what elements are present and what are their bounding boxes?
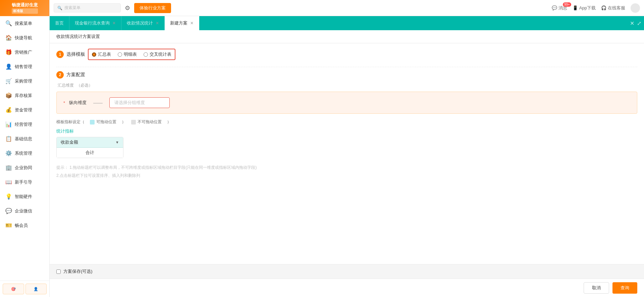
sidebar-footer-btn1[interactable]: 🎯 bbox=[3, 284, 24, 294]
radio-detail-input[interactable] bbox=[118, 52, 122, 57]
sidebar-item-search-menu[interactable]: 🔍 搜索菜单 bbox=[0, 16, 49, 31]
sidebar: 畅捷通好生意 标准版 🔍 搜索菜单 🏠 快捷导航 🎁 营销推广 👤 销售管理 🛒… bbox=[0, 0, 50, 297]
sidebar-item-label: 企业微信 bbox=[15, 208, 32, 214]
logo-badge: 标准版 bbox=[12, 8, 38, 14]
form-container: 1 选择模板 汇总表 明细表 交叉统计表 bbox=[50, 43, 644, 264]
tip-line1: 提示： 1.拖动标题栏可以调整布局，不可跨维度或指标区域拖动栏目字段(只能在同一… bbox=[56, 163, 637, 171]
tip2-text: 2.点击标题栏下拉可设置排序、插入列和删除列 bbox=[56, 171, 140, 180]
sidebar-item-operations[interactable]: 📊 经营管理 bbox=[0, 117, 49, 132]
page-title-bar: 收款情况统计方案设置 bbox=[50, 30, 644, 43]
step1-title: 选择模板 bbox=[66, 51, 85, 57]
sidebar-item-label: 快捷导航 bbox=[15, 35, 32, 41]
support-icon: 🎧 bbox=[601, 5, 606, 10]
query-button[interactable]: 查询 bbox=[612, 282, 637, 294]
cancel-button[interactable]: 取消 bbox=[584, 282, 609, 294]
save-checkbox[interactable] bbox=[56, 269, 61, 274]
beginner-icon: 📖 bbox=[5, 179, 12, 185]
basic-info-icon: 📋 bbox=[5, 136, 12, 142]
tab-home[interactable]: 首页 bbox=[50, 16, 69, 30]
operations-icon: 📊 bbox=[5, 121, 12, 128]
step1-circle: 1 bbox=[56, 51, 64, 58]
indicator-header-row[interactable]: 收款金额 ▼ bbox=[57, 137, 123, 148]
dimension-field-label: 纵向维度 bbox=[69, 100, 87, 106]
indicator-settings: 模板指标设定（ 可拖动位置 ） 不可拖动位置 ） 统计指标 bbox=[56, 119, 637, 158]
save-option-bar: 方案保存(可选) bbox=[50, 264, 644, 279]
sidebar-item-sales[interactable]: 👤 销售管理 bbox=[0, 59, 49, 74]
radio-detail-label: 明细表 bbox=[124, 51, 137, 57]
sidebar-item-label: 畅会员 bbox=[15, 222, 28, 229]
sidebar-footer: 🎯 👤 bbox=[0, 281, 49, 297]
dimension-input[interactable]: 请选择分组维度 bbox=[109, 97, 170, 108]
tab-bank-flow-close[interactable]: ✕ bbox=[112, 21, 116, 26]
tab-maximize-icon[interactable]: ⤢ bbox=[637, 20, 641, 27]
tab-new-plan[interactable]: 新建方案 ✕ bbox=[165, 16, 199, 30]
legend-label: 模板指标设定（ bbox=[56, 119, 85, 125]
sales-icon: 👤 bbox=[5, 63, 12, 70]
notification-btn[interactable]: 💬 消息 99+ bbox=[552, 5, 567, 11]
step2-section: 2 方案配置 汇总维度 （必选） * 纵向维度 —— 请选择分组维度 bbox=[56, 71, 637, 180]
indicator-sub-cell: 合计 bbox=[57, 148, 123, 158]
sidebar-item-system[interactable]: ⚙️ 系统管理 bbox=[0, 146, 49, 160]
sidebar-item-wechat[interactable]: 💬 企业微信 bbox=[0, 204, 49, 218]
radio-cross-label: 交叉统计表 bbox=[150, 51, 171, 57]
tab-receipt-stats-close[interactable]: ✕ bbox=[156, 21, 159, 26]
sidebar-item-label: 资金管理 bbox=[15, 107, 32, 113]
sidebar-item-member[interactable]: 🎫 畅会员 bbox=[0, 218, 49, 233]
search-bar[interactable]: 🔍 搜索菜单 bbox=[54, 3, 121, 12]
tab-home-label: 首页 bbox=[55, 20, 64, 26]
sidebar-item-marketing[interactable]: 🎁 营销推广 bbox=[0, 45, 49, 59]
sidebar-item-label: 企业协同 bbox=[15, 165, 32, 171]
step2-circle: 2 bbox=[56, 71, 64, 79]
app-download-btn[interactable]: 📱 App下载 bbox=[573, 5, 596, 11]
tab-bar-actions: ✕ ⤢ bbox=[630, 20, 644, 27]
sidebar-item-quick-nav[interactable]: 🏠 快捷导航 bbox=[0, 31, 49, 45]
step1-header: 1 选择模板 汇总表 明细表 交叉统计表 bbox=[56, 49, 637, 60]
online-support-btn[interactable]: 🎧 在线客服 bbox=[601, 5, 625, 11]
legend-nodrag: 不可拖动位置 bbox=[131, 119, 162, 125]
radio-detail[interactable]: 明细表 bbox=[118, 51, 137, 57]
sidebar-item-finance[interactable]: 💰 资金管理 bbox=[0, 103, 49, 117]
indicator-label: 统计指标 bbox=[56, 128, 637, 134]
sidebar-item-enterprise[interactable]: 🏢 企业协同 bbox=[0, 160, 49, 175]
sidebar-item-beginner[interactable]: 📖 新手引导 bbox=[0, 175, 49, 189]
dimension-label: 汇总维度 （必选） bbox=[56, 83, 637, 88]
finance-icon: 💰 bbox=[5, 107, 12, 113]
indicator-header-cell: 收款金额 bbox=[61, 139, 78, 145]
divider1 bbox=[56, 67, 637, 67]
dimension-arrow: —— bbox=[93, 100, 103, 105]
user-avatar[interactable] bbox=[631, 3, 640, 13]
tab-bank-flow-label: 现金银行流水查询 bbox=[75, 20, 110, 26]
settings-icon[interactable]: ⚙ bbox=[125, 4, 130, 12]
quick-nav-icon: 🏠 bbox=[5, 35, 12, 41]
indicator-dropdown-icon[interactable]: ▼ bbox=[115, 140, 119, 144]
marketing-icon: 🎁 bbox=[5, 49, 12, 55]
radio-cross-input[interactable] bbox=[144, 52, 148, 57]
sidebar-item-purchase[interactable]: 🛒 采购管理 bbox=[0, 74, 49, 88]
sidebar-footer-btn2[interactable]: 👤 bbox=[25, 284, 47, 294]
sidebar-item-label: 库存核算 bbox=[15, 93, 32, 99]
tab-close-all-icon[interactable]: ✕ bbox=[630, 20, 634, 27]
radio-cross[interactable]: 交叉统计表 bbox=[144, 51, 171, 57]
sidebar-item-inventory[interactable]: 📦 库存核算 bbox=[0, 88, 49, 103]
industry-btn[interactable]: 体验行业方案 bbox=[134, 3, 171, 13]
sidebar-item-basic-info[interactable]: 📋 基础信息 bbox=[0, 132, 49, 146]
top-header: 🔍 搜索菜单 ⚙ 体验行业方案 💬 消息 99+ 📱 App下载 🎧 在线客服 bbox=[50, 0, 644, 16]
sidebar-item-label: 搜索菜单 bbox=[15, 20, 32, 27]
sidebar-item-smart-hw[interactable]: 💡 智能硬件 bbox=[0, 189, 49, 204]
step1-section: 1 选择模板 汇总表 明细表 交叉统计表 bbox=[56, 49, 637, 60]
tab-new-plan-close[interactable]: ✕ bbox=[190, 21, 194, 26]
radio-summary[interactable]: 汇总表 bbox=[92, 51, 111, 57]
page-title: 收款情况统计方案设置 bbox=[56, 34, 100, 39]
legend-nodrag-label: 不可拖动位置 bbox=[138, 119, 162, 125]
content-area: 收款情况统计方案设置 1 选择模板 汇总表 明细表 bbox=[50, 30, 644, 297]
smart-hw-icon: 💡 bbox=[5, 193, 12, 200]
sidebar-item-label: 基础信息 bbox=[15, 136, 32, 142]
tab-bank-flow[interactable]: 现金银行流水查询 ✕ bbox=[69, 16, 121, 30]
radio-summary-input[interactable] bbox=[92, 52, 96, 57]
message-icon: 💬 bbox=[552, 5, 557, 10]
sidebar-item-label: 系统管理 bbox=[15, 150, 32, 156]
tips-section: 提示： 1.拖动标题栏可以调整布局，不可跨维度或指标区域拖动栏目字段(只能在同一… bbox=[56, 163, 637, 180]
tab-bar: 首页 现金银行流水查询 ✕ 收款情况统计 ✕ 新建方案 ✕ ✕ ⤢ bbox=[50, 16, 644, 30]
sidebar-nav: 🔍 搜索菜单 🏠 快捷导航 🎁 营销推广 👤 销售管理 🛒 采购管理 📦 库存核… bbox=[0, 16, 49, 281]
tab-receipt-stats[interactable]: 收款情况统计 ✕ bbox=[121, 16, 165, 30]
